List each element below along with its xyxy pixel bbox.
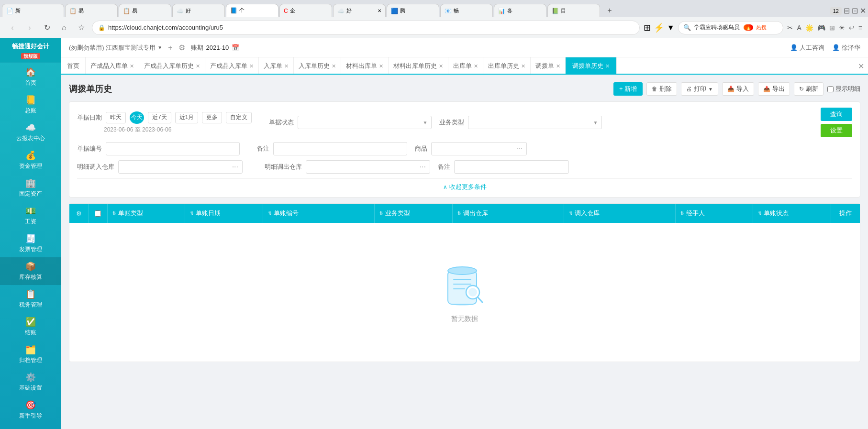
in-warehouse-input[interactable]: ··· — [118, 160, 243, 174]
browser-tab[interactable]: ☁️好 — [172, 4, 225, 17]
settings-col-header[interactable]: ⚙ — [69, 204, 89, 223]
add-company-button[interactable]: + — [168, 44, 172, 52]
url-bar[interactable]: 🔒 https://cloud.chanjet.com/accounting/u… — [92, 21, 640, 35]
settings-button[interactable]: 设置 — [821, 124, 852, 137]
browser-tab[interactable]: C企 — [279, 4, 332, 17]
back-button[interactable]: ‹ — [6, 21, 19, 34]
user-profile[interactable]: 👤 徐泽华 — [832, 44, 860, 52]
close-icon[interactable]: ✕ — [130, 63, 134, 69]
sidebar-item-salary[interactable]: 💵 工资 — [0, 202, 61, 230]
new-tab-button[interactable]: + — [603, 4, 616, 17]
tab-transfer[interactable]: 调拨单 ✕ — [531, 57, 566, 75]
type-col-header[interactable]: ⇅ 单账类型 — [108, 204, 185, 223]
close-icon[interactable]: ✕ — [474, 63, 478, 69]
browser-tab[interactable]: 📄 新 — [2, 4, 64, 17]
tab-outbound-history[interactable]: 出库单历史 ✕ — [483, 57, 531, 75]
sidebar-item-funds[interactable]: 💰 资金管理 — [0, 146, 61, 174]
refresh-page-button[interactable]: ↻ 刷新 — [794, 82, 823, 96]
date-7days-btn[interactable]: 近7天 — [148, 112, 171, 123]
tab-transfer-history[interactable]: 调拨单历史 ✕ — [566, 57, 617, 75]
browser-tab[interactable]: 📗目 — [547, 4, 600, 17]
sidebar-item-reports[interactable]: ☁️ 云报表中心 — [0, 119, 61, 146]
date-yesterday-btn[interactable]: 昨天 — [106, 112, 126, 123]
biz-col-header[interactable]: ⇅ 业务类型 — [375, 204, 452, 223]
home-button[interactable]: ⌂ — [57, 21, 71, 34]
tab-product-inbound-history[interactable]: 产成品入库单历史 ✕ — [139, 57, 205, 75]
biz-type-select[interactable]: ▼ — [468, 116, 602, 129]
select-all-checkbox[interactable] — [95, 210, 101, 217]
tab-close-icon[interactable]: ✕ — [378, 8, 381, 13]
sidebar-item-invoice[interactable]: 🧾 发票管理 — [0, 230, 61, 257]
close-icon[interactable]: ✕ — [605, 63, 610, 69]
close-icon[interactable]: ✕ — [249, 63, 254, 69]
date-1month-btn[interactable]: 近1月 — [175, 112, 199, 123]
close-icon[interactable]: ✕ — [284, 63, 289, 69]
in-wh-col-header[interactable]: ⇅ 调入仓库 — [564, 204, 676, 223]
sidebar-item-tax[interactable]: 📋 税务管理 — [0, 285, 61, 313]
query-button[interactable]: 查询 — [821, 108, 852, 121]
person-col-header[interactable]: ⇅ 经手人 — [676, 204, 753, 223]
date-col-header[interactable]: ⇅ 单账日期 — [185, 204, 263, 223]
docnum-input[interactable] — [106, 142, 240, 155]
company-selector[interactable]: (勿删勿禁用) 江西服宝测试专用 ▼ — [69, 44, 162, 52]
import-button[interactable]: 📥 导入 — [722, 82, 754, 96]
out-wh-col-header[interactable]: ⇅ 调出仓库 — [453, 204, 564, 223]
settings-gear-button[interactable]: ⚙ — [178, 43, 185, 52]
sidebar-item-settings[interactable]: ⚙️ 基础设置 — [0, 368, 61, 396]
service-button[interactable]: 👤 人工咨询 — [790, 44, 824, 52]
close-icon[interactable]: ✕ — [556, 63, 560, 69]
status-col-header[interactable]: ⇅ 单账状态 — [753, 204, 831, 223]
tab-inbound-history[interactable]: 入库单历史 ✕ — [294, 57, 341, 75]
period-selector[interactable]: 账期 2021-10 📅 — [191, 44, 240, 52]
browser-tab[interactable]: 📧畅 — [440, 4, 493, 17]
close-icon[interactable]: ✕ — [332, 63, 336, 69]
sidebar-item-ledger[interactable]: 📒 总账 — [0, 91, 61, 119]
sidebar-item-vip[interactable]: V 畅会员 — [0, 424, 61, 429]
sidebar-item-closing[interactable]: ✅ 结账 — [0, 313, 61, 341]
print-button[interactable]: 🖨 打印 ▼ — [681, 82, 718, 96]
checkbox-col-header[interactable] — [89, 204, 108, 223]
browser-tab[interactable]: 📋易 — [119, 4, 171, 17]
new-button[interactable]: + 新增 — [613, 82, 643, 96]
collapse-button[interactable]: ∧ 收起更多条件 — [443, 183, 487, 191]
browser-tab[interactable]: 📊各 — [494, 4, 546, 17]
tab-product-inbound[interactable]: 产成品入库单 ✕ — [86, 57, 139, 75]
tab-material-outbound-history[interactable]: 材料出库单历史 ✕ — [389, 57, 448, 75]
delete-button[interactable]: 🗑 删除 — [646, 82, 677, 96]
display-detail-checkbox[interactable]: 显示明细 — [827, 85, 860, 93]
display-detail-input[interactable] — [827, 86, 834, 92]
date-more-btn[interactable]: 更多 — [202, 112, 222, 123]
close-icon[interactable]: ✕ — [439, 63, 443, 69]
forward-button[interactable]: › — [23, 21, 36, 34]
sidebar-item-inventory[interactable]: 📦 库存核算 — [0, 257, 61, 285]
sidebar-item-assets[interactable]: 🏢 固定资产 — [0, 174, 61, 202]
sidebar-item-guide[interactable]: 🎯 新手引导 — [0, 396, 61, 424]
bookmark-button[interactable]: ☆ — [75, 21, 88, 34]
browser-tab[interactable]: 🟦腾 — [387, 4, 439, 17]
close-icon[interactable]: ✕ — [379, 63, 383, 69]
out-warehouse-input[interactable]: ··· — [306, 160, 430, 174]
browser-tab[interactable]: 📋易 — [65, 4, 118, 17]
close-icon[interactable]: ✕ — [521, 63, 525, 69]
goods-input[interactable]: ··· — [431, 142, 527, 155]
tab-home[interactable]: 首页 — [61, 57, 86, 75]
status-select[interactable]: ▼ — [298, 116, 432, 129]
date-custom-btn[interactable]: 自定义 — [226, 112, 252, 123]
tab-material-outbound[interactable]: 材料出库单 ✕ — [341, 57, 389, 75]
sidebar-item-archive[interactable]: 🗂️ 归档管理 — [0, 341, 61, 368]
refresh-button[interactable]: ↻ — [40, 21, 54, 34]
date-today-btn[interactable]: 今天 — [130, 111, 144, 124]
tab-product-inbound2[interactable]: 产成品入库单 ✕ — [205, 57, 259, 75]
tab-inbound[interactable]: 入库单 ✕ — [259, 57, 294, 75]
close-icon[interactable]: ✕ — [196, 63, 200, 69]
num-col-header[interactable]: ⇅ 单账编号 — [263, 204, 375, 223]
tab-outbound[interactable]: 出库单 ✕ — [448, 57, 483, 75]
tab-close-all[interactable]: ✕ — [854, 57, 868, 75]
remark2-input[interactable] — [454, 160, 569, 174]
export-button[interactable]: 📤 导出 — [758, 82, 790, 96]
sidebar-item-home[interactable]: 🏠 首页 — [0, 63, 61, 91]
remark-input[interactable] — [273, 142, 407, 155]
search-bar[interactable]: 🔍 学霸应聘场驱鸟员 🔥 热搜 — [678, 21, 783, 34]
browser-tab[interactable]: ☁️好 ✕ — [333, 4, 386, 17]
browser-tab[interactable]: 📘个 — [226, 4, 278, 17]
